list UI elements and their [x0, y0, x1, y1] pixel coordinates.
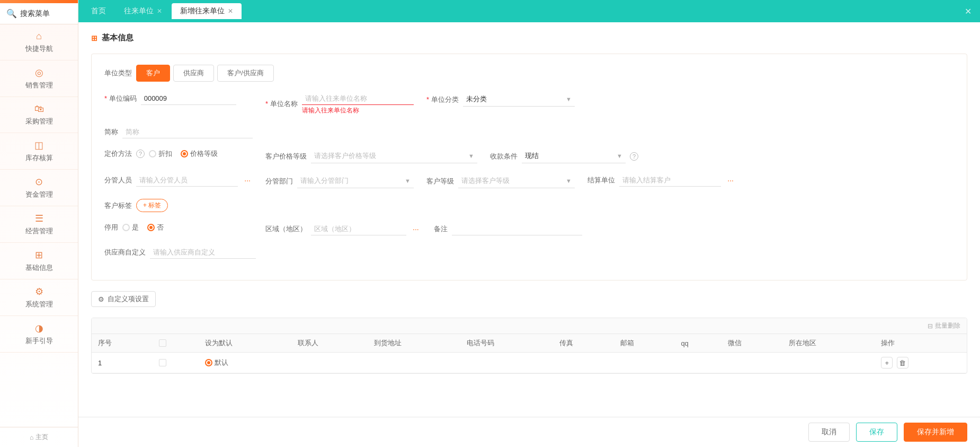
- tab-bar-close-icon[interactable]: ✕: [960, 4, 976, 19]
- sidebar-bottom-home[interactable]: ⌂主页: [0, 427, 78, 447]
- region-ellipsis[interactable]: ···: [411, 224, 421, 234]
- pricing-level-option[interactable]: 价格等级: [181, 149, 218, 159]
- payment-condition-group: 收款条件 现结 ▼ ?: [490, 149, 638, 163]
- disable-yes-radio: [122, 224, 130, 231]
- col-region: 所在地区: [782, 334, 875, 353]
- custom-setting-label: 自定义项设置: [108, 294, 149, 304]
- sidebar-item-inventory[interactable]: ◫ 库存核算: [0, 133, 78, 170]
- table-header-row: 序号 设为默认 联系人 到货地址 电话号码 传真 邮箱 qq 微信 所在地区 操…: [92, 334, 967, 353]
- customer-level-arrow: ▼: [566, 178, 572, 184]
- inventory-icon: ◫: [34, 139, 43, 151]
- row-add-button[interactable]: +: [881, 357, 893, 369]
- row-address: [368, 353, 460, 373]
- pricing-method-group: 定价方法 ? 折扣 价格等级: [104, 149, 253, 159]
- quick-nav-icon: ⌂: [36, 31, 42, 42]
- cancel-button[interactable]: 取消: [808, 423, 850, 442]
- col-checkbox: [153, 334, 199, 353]
- settlement-unit-ellipsis[interactable]: ···: [725, 175, 736, 186]
- unit-type-group: 单位类型 客户供应商客户/供应商: [104, 65, 274, 82]
- sidebar-search[interactable]: 🔍 搜索菜单: [0, 3, 78, 24]
- row-wechat: [721, 353, 782, 373]
- unit-name-wrap: 请输入往来单位名称: [302, 92, 414, 115]
- row-delete-button[interactable]: 🗑: [897, 357, 908, 369]
- unit-name-input[interactable]: [302, 92, 414, 105]
- disable-yes-option[interactable]: 是: [122, 223, 139, 232]
- sidebar-item-basic-info[interactable]: ⊞ 基础信息: [0, 243, 78, 279]
- short-name-input[interactable]: [122, 126, 253, 138]
- dept-label: 分管部门: [265, 177, 293, 186]
- custom-setting-button[interactable]: ⚙ 自定义项设置: [91, 291, 156, 307]
- tab-close-new-partner[interactable]: ✕: [228, 7, 233, 15]
- sidebar-item-guide[interactable]: ◑ 新手引导: [0, 316, 78, 353]
- tab-partners[interactable]: 往来单位✕: [115, 3, 171, 19]
- customer-price-arrow: ▼: [468, 153, 474, 159]
- settlement-unit-input[interactable]: [619, 174, 721, 187]
- tab-close-partners[interactable]: ✕: [157, 7, 162, 15]
- add-tag-button[interactable]: + 标签: [136, 199, 168, 212]
- tab-home[interactable]: 首页: [83, 3, 114, 19]
- sidebar-item-system[interactable]: ⚙ 系统管理: [0, 279, 78, 316]
- sidebar-item-sales[interactable]: ◎ 销售管理: [0, 60, 78, 97]
- disable-no-option[interactable]: 否: [147, 223, 164, 232]
- row-check[interactable]: [159, 359, 166, 366]
- batch-delete-button[interactable]: ⊟ 批量删除: [928, 321, 960, 330]
- region-input[interactable]: [311, 223, 406, 235]
- customer-level-placeholder: 请选择客户等级: [461, 176, 510, 186]
- search-icon: 🔍: [6, 8, 17, 19]
- sidebar-item-quick-nav[interactable]: ⌂ 快捷导航: [0, 24, 78, 60]
- pricing-help-icon[interactable]: ?: [136, 150, 145, 158]
- unit-name-label: 单位名称: [265, 99, 298, 109]
- sidebar-item-purchase[interactable]: 🛍 采购管理: [0, 97, 78, 133]
- remark-group: 备注: [434, 223, 582, 235]
- tab-bar: 首页往来单位✕新增往来单位✕ ✕: [78, 0, 980, 22]
- type-btn-supplier[interactable]: 供应商: [173, 65, 214, 82]
- supplier-custom-row: 供应商自定义: [104, 246, 954, 259]
- row-default: 默认: [199, 353, 291, 373]
- col-phone: 电话号码: [460, 334, 553, 353]
- payment-help-icon[interactable]: ?: [630, 152, 638, 161]
- disable-group: 停用 是 否: [104, 223, 253, 232]
- row-contact: [291, 353, 368, 373]
- manager-input[interactable]: [136, 174, 238, 187]
- customer-price-group: 客户价格等级 请选择客户价格等级 ▼: [265, 149, 477, 163]
- sidebar-item-label-guide: 新手引导: [25, 336, 53, 346]
- manager-ellipsis[interactable]: ···: [242, 175, 253, 186]
- sidebar: 🔍 搜索菜单 ⌂ 快捷导航 ◎ 销售管理 🛍 采购管理 ◫ 库存核算 ⊙ 资金管…: [0, 0, 78, 447]
- type-btn-customer[interactable]: 客户: [136, 65, 170, 82]
- tab-new-partner[interactable]: 新增往来单位✕: [172, 3, 242, 19]
- supplier-custom-input[interactable]: [150, 246, 256, 259]
- dept-select[interactable]: 请输入分管部门 ▼: [297, 174, 414, 188]
- payment-condition-select[interactable]: 现结 ▼: [522, 149, 626, 163]
- unit-code-input[interactable]: 000009: [141, 92, 236, 105]
- customer-level-select[interactable]: 请选择客户等级 ▼: [458, 174, 575, 188]
- type-btn-both[interactable]: 客户/供应商: [217, 65, 274, 82]
- short-name-group: 简称: [104, 126, 253, 138]
- col-address: 到货地址: [368, 334, 460, 353]
- unit-category-select[interactable]: 未分类 ▼: [463, 92, 575, 107]
- row-qq: [674, 353, 721, 373]
- unit-code-label: 单位编码: [104, 94, 137, 103]
- sidebar-bottom: ⌂主页: [0, 427, 78, 447]
- row-actions: + 🗑: [875, 353, 967, 373]
- unit-category-group: 单位分类 未分类 ▼: [426, 92, 575, 107]
- col-action: 操作: [875, 334, 967, 353]
- sales-icon: ◎: [35, 67, 43, 78]
- sidebar-item-operation[interactable]: ☰ 经营管理: [0, 206, 78, 243]
- customer-price-select[interactable]: 请选择客户价格等级 ▼: [311, 149, 477, 163]
- tab-label-partners: 往来单位: [124, 6, 154, 16]
- row-default-radio[interactable]: 默认: [205, 358, 285, 367]
- remark-input[interactable]: [452, 223, 582, 235]
- sidebar-item-label-operation: 经营管理: [25, 226, 53, 236]
- batch-delete-icon: ⊟: [928, 322, 933, 330]
- unit-name-group: 单位名称 请输入往来单位名称: [265, 92, 414, 115]
- unit-name-error: 请输入往来单位名称: [302, 106, 414, 115]
- customer-level-label: 客户等级: [426, 177, 454, 186]
- col-contact: 联系人: [291, 334, 368, 353]
- pricing-discount-option[interactable]: 折扣: [149, 149, 172, 159]
- save-button[interactable]: 保存: [856, 423, 897, 442]
- unit-type-row: 单位类型 客户供应商客户/供应商: [104, 65, 954, 82]
- sidebar-item-finance[interactable]: ⊙ 资金管理: [0, 170, 78, 206]
- select-all-checkbox[interactable]: [159, 339, 166, 347]
- supplier-custom-group: 供应商自定义: [104, 246, 256, 259]
- save-new-button[interactable]: 保存并新增: [904, 423, 967, 442]
